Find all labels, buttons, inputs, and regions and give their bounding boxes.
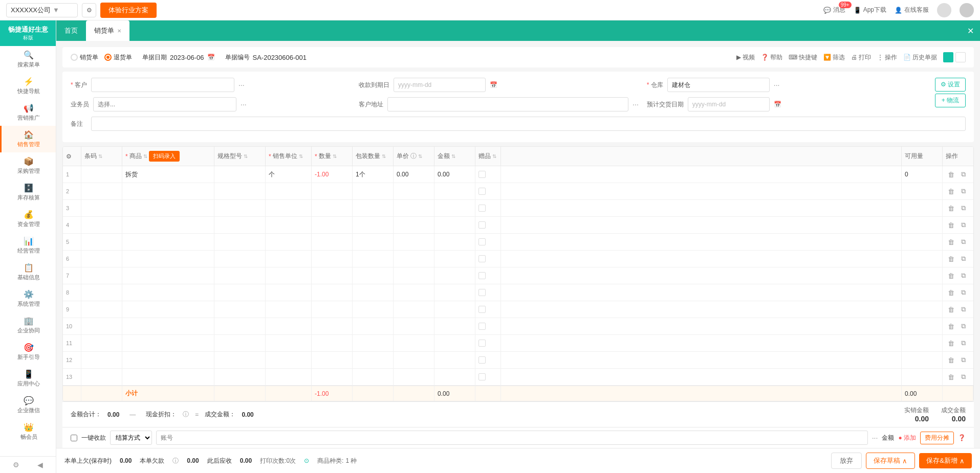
td-remark-12[interactable] — [501, 352, 902, 368]
td-qty-1[interactable]: -1.00 — [312, 166, 353, 183]
td-unit-4[interactable] — [266, 217, 312, 233]
td-product-10[interactable] — [122, 318, 214, 334]
td-barcode-12[interactable] — [81, 352, 122, 368]
copy-btn-5[interactable]: ⧉ — [958, 237, 968, 247]
td-unit-6[interactable] — [266, 251, 312, 267]
td-spec-6[interactable] — [214, 251, 266, 267]
sidebar-item-sales[interactable]: 🏠 销售管理 — [0, 126, 56, 152]
td-remark-1[interactable] — [501, 166, 902, 183]
calendar-icon[interactable]: 📅 — [207, 54, 215, 61]
td-barcode-11[interactable] — [81, 335, 122, 351]
price-info-icon[interactable]: ⓘ — [410, 152, 417, 161]
sidebar-item-newbie[interactable]: 🎯 新手引导 — [0, 339, 56, 365]
td-price-10[interactable] — [394, 318, 434, 334]
td-price-4[interactable] — [394, 217, 434, 233]
radio-return-order[interactable]: 退货单 — [104, 53, 132, 62]
warehouse-dots-btn[interactable]: ··· — [774, 81, 780, 89]
gift-checkbox-5[interactable] — [478, 238, 486, 245]
td-remark-10[interactable] — [501, 318, 902, 334]
copy-btn-10[interactable]: ⧉ — [958, 321, 968, 331]
td-unit-13[interactable] — [266, 369, 312, 385]
sidebar-item-vip[interactable]: 👑 畅会员 — [0, 418, 56, 445]
td-amount-7[interactable] — [434, 267, 475, 284]
payment-due-input[interactable]: yyyy-mm-dd — [394, 78, 486, 92]
td-remark-11[interactable] — [501, 335, 902, 351]
td-product-1[interactable]: 拆货 — [122, 166, 214, 183]
gift-checkbox-10[interactable] — [478, 323, 486, 330]
td-amount-9[interactable] — [434, 301, 475, 318]
td-unit-11[interactable] — [266, 335, 312, 351]
td-price-9[interactable] — [394, 301, 434, 318]
td-pkg-9[interactable] — [353, 301, 394, 318]
td-qty-4[interactable] — [312, 217, 353, 233]
td-barcode-8[interactable] — [81, 284, 122, 301]
copy-btn-7[interactable]: ⧉ — [958, 271, 968, 281]
td-spec-13[interactable] — [214, 369, 266, 385]
td-qty-9[interactable] — [312, 301, 353, 318]
td-product-3[interactable] — [122, 200, 214, 216]
td-unit-12[interactable] — [266, 352, 312, 368]
logistics-button[interactable]: + 物流 — [935, 94, 966, 107]
delete-btn-2[interactable]: 🗑 — [946, 186, 956, 196]
td-barcode-7[interactable] — [81, 267, 122, 284]
td-remark-7[interactable] — [501, 267, 902, 284]
td-amount-10[interactable] — [434, 318, 475, 334]
toolbar-history[interactable]: 📄 历史单据 — [903, 53, 937, 62]
gift-checkbox-7[interactable] — [478, 272, 486, 279]
discount-info-icon[interactable]: ⓘ — [183, 410, 189, 419]
td-gift-1[interactable] — [475, 166, 501, 183]
td-remark-8[interactable] — [501, 284, 902, 301]
td-remark-6[interactable] — [501, 251, 902, 267]
th-setting[interactable]: ⚙ — [63, 147, 81, 166]
td-spec-2[interactable] — [214, 183, 266, 199]
trial-button[interactable]: 体验行业方案 — [100, 3, 157, 18]
gift-checkbox-2[interactable] — [478, 188, 486, 195]
toolbar-video[interactable]: ▶ 视频 — [736, 53, 755, 62]
td-amount-4[interactable] — [434, 217, 475, 233]
td-unit-5[interactable] — [266, 234, 312, 250]
td-unit-7[interactable] — [266, 267, 312, 284]
td-price-3[interactable] — [394, 200, 434, 216]
customer-input[interactable] — [91, 78, 234, 92]
online-service-button[interactable]: 👤 在线客服 — [895, 6, 929, 14]
gift-checkbox-4[interactable] — [478, 221, 486, 229]
add-amount-btn[interactable]: ● 添加 — [898, 434, 916, 442]
td-spec-4[interactable] — [214, 217, 266, 233]
sidebar-item-finance[interactable]: 💰 资金管理 — [0, 206, 56, 232]
td-pkg-13[interactable] — [353, 369, 394, 385]
td-gift-11[interactable] — [475, 335, 501, 351]
td-unit-1[interactable]: 个 — [266, 166, 312, 183]
settings-icon[interactable]: ⚙ — [82, 3, 96, 17]
td-remark-4[interactable] — [501, 217, 902, 233]
sidebar-item-app-center[interactable]: 📱 应用中心 — [0, 365, 56, 392]
td-gift-4[interactable] — [475, 217, 501, 233]
td-amount-12[interactable] — [434, 352, 475, 368]
td-product-13[interactable] — [122, 369, 214, 385]
th-pkg-sort[interactable]: ⇅ — [382, 153, 386, 159]
th-price-sort[interactable]: ⇅ — [418, 153, 422, 159]
fee-split-info-icon[interactable]: ❓ — [958, 434, 966, 441]
td-gift-7[interactable] — [475, 267, 501, 284]
td-remark-13[interactable] — [501, 369, 902, 385]
td-qty-5[interactable] — [312, 234, 353, 250]
td-product-5[interactable] — [122, 234, 214, 250]
gift-checkbox-6[interactable] — [478, 255, 486, 262]
warehouse-input[interactable] — [667, 78, 770, 92]
td-product-6[interactable] — [122, 251, 214, 267]
delivery-calendar-icon[interactable]: 📅 — [774, 101, 781, 108]
copy-btn-4[interactable]: ⧉ — [958, 220, 968, 230]
th-product-sort[interactable]: ⇅ — [143, 153, 147, 159]
td-barcode-10[interactable] — [81, 318, 122, 334]
sidebar-item-enterprise[interactable]: 🏢 企业协同 — [0, 312, 56, 339]
td-qty-13[interactable] — [312, 369, 353, 385]
sidebar-item-wechat[interactable]: 💬 企业微信 — [0, 392, 56, 418]
gift-checkbox-11[interactable] — [478, 340, 486, 347]
sidebar-item-search[interactable]: 🔍 搜索菜单 — [0, 46, 56, 73]
delete-btn-10[interactable]: 🗑 — [946, 321, 956, 331]
delete-btn-9[interactable]: 🗑 — [946, 304, 956, 314]
td-barcode-5[interactable] — [81, 234, 122, 250]
td-remark-9[interactable] — [501, 301, 902, 318]
delete-btn-8[interactable]: 🗑 — [946, 287, 956, 298]
address-dots-btn[interactable]: ··· — [633, 100, 639, 108]
td-qty-11[interactable] — [312, 335, 353, 351]
